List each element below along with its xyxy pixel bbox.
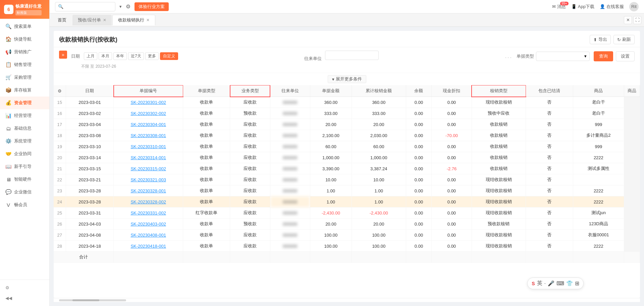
sidebar-item-wechat[interactable]: 💬 企业微信: [0, 186, 49, 198]
table-header-row: ⚙ 日期 单据编号 单据类型 业务类型 往来单位 单据金额 累计核销金额 余额 …: [54, 85, 640, 97]
sidebar-item-guide[interactable]: 📖 新手引导: [0, 160, 49, 173]
sidebar-item-enterprise[interactable]: 🤝 企业协同: [0, 147, 49, 160]
table-row[interactable]: 23 2023-03-28 SK-20230328-001 收款单 应收款 XX…: [54, 185, 640, 196]
sidebar-settings-btn[interactable]: ⚙: [0, 283, 49, 293]
table-row[interactable]: 22 2023-03-21 SK-20230321-003 收款单 应收款 XX…: [54, 174, 640, 185]
footer-label: 合计: [54, 252, 114, 263]
tab-prepay[interactable]: 预收/应付单 ✕: [72, 15, 112, 25]
float-keyboard-icon[interactable]: ⌨: [556, 280, 564, 287]
date-7days-btn[interactable]: 近7天: [128, 52, 144, 60]
sidebar-item-quick-nav[interactable]: 🏠 快捷导航: [0, 33, 49, 46]
date-more-btn[interactable]: 更多: [145, 52, 159, 60]
service-icon: 👤: [600, 4, 605, 9]
solution-button[interactable]: 体验行业方案: [135, 2, 169, 11]
expand-conditions-btn[interactable]: ▾ 展开更多条件: [328, 75, 366, 83]
float-shirt-icon[interactable]: 👕: [566, 280, 573, 287]
prepay-tab-close-icon[interactable]: ✕: [103, 18, 106, 22]
float-dot-icon[interactable]: ·: [544, 281, 546, 287]
col-settings-icon[interactable]: ⚙: [54, 85, 66, 97]
home-tab-label: 首页: [58, 17, 66, 23]
table-row[interactable]: 20 2023-03-14 SK-20230314-001 收款单 应收款 XX…: [54, 152, 640, 163]
sidebar-collapse-btn[interactable]: ◀◀: [0, 293, 49, 303]
cell-biz-type: 应收款: [230, 241, 270, 252]
cell-verify-type: 预收款核销: [472, 219, 526, 230]
cell-date: 2023-03-28: [66, 196, 114, 207]
sidebar-item-member[interactable]: V 畅会员: [0, 198, 49, 211]
cell-biz-type: 应收款: [230, 196, 270, 207]
cell-date: 2023-04-08: [66, 230, 114, 241]
sidebar-item-inventory[interactable]: 📦 库存核算: [0, 84, 49, 97]
date-prev-month-btn[interactable]: 上月: [84, 52, 97, 60]
footer-biz-type: [230, 252, 270, 263]
bill-type-select[interactable]: ▾: [536, 52, 590, 61]
sidebar-item-finance[interactable]: 💰 资金管理: [0, 97, 49, 109]
topbar-msg-btn[interactable]: ✉ 消息 99+: [552, 4, 566, 10]
scrollbar-area[interactable]: [54, 298, 640, 302]
home-icon: 🏠: [5, 36, 11, 42]
cell-bill-no: SK-20230403-002: [114, 219, 183, 230]
date-range-display: 不限 至 2023-07-26: [71, 64, 635, 69]
sidebar-item-purchase[interactable]: 🛒 采购管理: [0, 71, 49, 84]
date-this-year-btn[interactable]: 本年: [113, 52, 127, 60]
export-button[interactable]: ⬆ 导出: [590, 35, 611, 44]
table-row[interactable]: 16 2023-03-02 SK-20230302-002 收款单 预收款 XX…: [54, 108, 640, 119]
filter-expand-icon[interactable]: »: [59, 51, 67, 59]
table-row[interactable]: 15 2023-03-01 SK-20230301-002 收款单 应收款 XX…: [54, 97, 640, 108]
topbar-service-btn[interactable]: 👤 在线客服: [600, 4, 624, 10]
topbar-gear-icon[interactable]: ⚙: [126, 3, 130, 10]
sidebar-footer: ⚙ ◀◀: [0, 280, 49, 306]
sidebar-item-hardware[interactable]: 🖥 智能硬件: [0, 173, 49, 186]
sidebar-item-system[interactable]: ⚙️ 系统管理: [0, 135, 49, 147]
sidebar-item-operation[interactable]: 📊 经营管理: [0, 109, 49, 122]
cell-verify-type: 收款核销: [472, 130, 526, 141]
receipt-verify-tab-close-icon[interactable]: ✕: [146, 18, 150, 22]
table-row[interactable]: 19 2023-03-10 SK-20230310-001 收款单 应收款 XX…: [54, 141, 640, 152]
cell-verified: 1.00: [352, 185, 406, 196]
table-row[interactable]: 17 2023-03-04 SK-20230304-001 收款单 应收款 XX…: [54, 119, 640, 130]
table-row[interactable]: 18 2023-03-08 SK-20230308-001 收款单 应收款 XX…: [54, 130, 640, 141]
sidebar-item-search[interactable]: 🔍 搜索菜单: [0, 20, 49, 33]
receipt-verify-tab-label: 收款核销执行: [118, 17, 144, 23]
cell-balance: 0.00: [406, 130, 432, 141]
main-content: 🔍 ▾ ⚙ 体验行业方案 ✉ 消息 99+ 📱 App下载 👤 在线客服 Rit: [50, 0, 644, 306]
query-button[interactable]: 查询: [594, 51, 613, 61]
topbar-app-btn[interactable]: 📱 App下载: [571, 4, 594, 10]
app-label: App下载: [578, 4, 594, 10]
date-this-month-btn[interactable]: 本月: [99, 52, 112, 60]
sidebar-item-basic[interactable]: 🗂 基础信息: [0, 122, 49, 135]
user-avatar[interactable]: Rit: [629, 2, 639, 11]
cell-verified: 10.00: [352, 174, 406, 185]
sidebar-item-marketing[interactable]: 📢 营销推广: [0, 46, 49, 58]
table-row[interactable]: 21 2023-03-15 SK-20230315-002 收款单 应收款 XX…: [54, 163, 640, 174]
float-text-icon[interactable]: 英: [537, 280, 542, 287]
cell-balance: 0.00: [406, 174, 432, 185]
sidebar-item-sales[interactable]: 📋 销售管理: [0, 58, 49, 71]
topbar-search-box[interactable]: 🔍: [55, 2, 115, 11]
table-row[interactable]: 28 2023-04-18 SK-20230418-001 收款单 应收款 XX…: [54, 241, 640, 252]
tab-maximize-icon[interactable]: ⛶: [633, 16, 641, 24]
table-row[interactable]: 24 2023-03-28 SK-20230328-002 收款单 应收款 XX…: [54, 196, 640, 207]
partner-input[interactable]: [325, 51, 379, 60]
table-row[interactable]: 25 2023-03-31 SK-20230331-002 红字收款单 应收款 …: [54, 207, 640, 219]
table-row[interactable]: 27 2023-04-08 SK-20230408-001 收款单 应收款 XX…: [54, 230, 640, 241]
cell-verify-type: 现结收款核销: [472, 207, 526, 219]
float-mic-icon[interactable]: 🎤: [548, 280, 554, 287]
settings-button[interactable]: 设置: [616, 51, 635, 61]
tab-close-all-icon[interactable]: ✕: [624, 16, 632, 24]
refresh-button[interactable]: ↻ 刷新: [613, 35, 635, 44]
table-row[interactable]: 26 2023-04-03 SK-20230403-002 收款单 预收款 XX…: [54, 219, 640, 230]
cell-partner: XXXXX: [270, 219, 310, 230]
topbar-dropdown-arrow[interactable]: ▾: [119, 4, 122, 9]
cell-no: 24: [54, 196, 66, 207]
float-grid-icon[interactable]: ⊞: [575, 280, 579, 287]
horizontal-scrollbar[interactable]: [59, 299, 126, 301]
tab-receipt-verify[interactable]: 收款核销执行 ✕: [112, 15, 155, 25]
date-custom-btn[interactable]: 自定义: [160, 52, 178, 60]
cell-biz-type: 预收款: [230, 219, 270, 230]
tab-home[interactable]: 首页: [52, 15, 72, 25]
cell-date: 2023-04-18: [66, 241, 114, 252]
scrollbar-thumb[interactable]: [72, 299, 99, 301]
cell-balance: 0.00: [406, 141, 432, 152]
logo-icon: 6: [4, 5, 13, 14]
cell-no: 21: [54, 163, 66, 174]
